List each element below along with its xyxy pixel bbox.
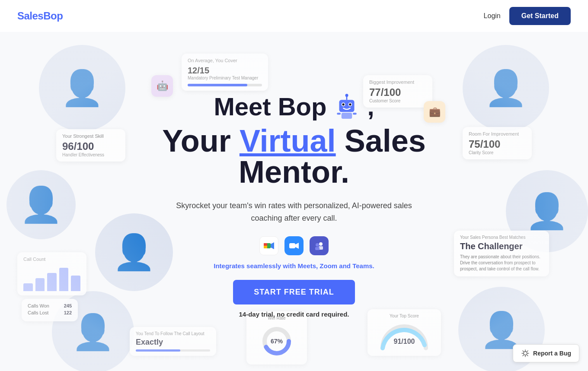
integrations-row [138, 236, 450, 255]
calls-lost-row: Calls Lost 122 [28, 310, 72, 315]
comma-text: , [367, 92, 374, 121]
avg-value: 12/15 [188, 66, 262, 76]
virtual-text: Virtual [240, 124, 336, 158]
person-photo-3: 👤 [52, 291, 134, 371]
svg-rect-13 [353, 113, 357, 114]
room-card: Room For Improvement 75/100 Clarity Scor… [463, 127, 532, 159]
tendency-label: You Tend To Follow The Call Layout [136, 331, 210, 336]
hero-center: Meet Bop , [130, 92, 458, 318]
average-card: On Average, You Cover 12/15 Mandatory Pr… [182, 54, 268, 91]
tendency-bar [136, 349, 210, 352]
calls-lost-val: 122 [64, 310, 72, 315]
meet-bop-text: Meet Bop [214, 92, 326, 121]
svg-point-0 [265, 329, 289, 353]
logo: SalesBop [17, 10, 63, 22]
topscore-svg: 91/100 [378, 320, 430, 350]
persona-name: The Challenger [460, 241, 543, 251]
calls-won-row: Calls Won 245 [28, 303, 72, 308]
bar-1 [23, 283, 33, 291]
svg-text:91/100: 91/100 [394, 338, 415, 345]
trial-note: 14-day trial, no credit card required. [138, 311, 450, 318]
bar-5 [71, 276, 80, 291]
login-button[interactable]: Login [484, 12, 501, 20]
your-text: Your [162, 124, 231, 158]
tendency-fill [136, 349, 180, 352]
svg-rect-11 [342, 113, 352, 119]
calls-won-val: 245 [64, 303, 72, 308]
skill-label: Your Strongest Skill [62, 133, 119, 139]
bar-2 [35, 278, 45, 291]
logo-part1: Sales [17, 10, 43, 22]
svg-text:67%: 67% [271, 338, 283, 345]
robot-icon [332, 92, 362, 122]
winrate-donut: 67% [259, 324, 294, 358]
room-score: 75/100 [469, 138, 526, 150]
logo-part2: Bop [43, 10, 63, 22]
improvement-label: Biggest Improvement [369, 79, 426, 85]
svg-rect-12 [337, 113, 341, 114]
avg-label: On Average, You Cover [188, 58, 262, 63]
topscore-arc: 91/100 [374, 320, 435, 352]
bot-emoji-left: 🤖 [157, 80, 168, 92]
call-count-label: Call Count [23, 257, 80, 262]
call-count-card: Call Count [17, 252, 86, 295]
skill-card: Your Strongest Skill 96/100 Handler Effe… [56, 129, 125, 162]
bar-4 [59, 268, 69, 291]
winrate-card: Win Rate 67% [246, 311, 307, 365]
calls-lost-label: Calls Lost [28, 310, 48, 315]
persona-desc: They are passionate about their position… [460, 254, 543, 272]
tendency-value: Exactly [136, 338, 210, 347]
teams-icon [310, 236, 329, 255]
avg-sublabel: Mandatory Preliminary Test Manager [188, 76, 262, 80]
winrate-svg: 67% [259, 324, 294, 358]
navbar: SalesBop Login Get Started [0, 0, 588, 32]
cta-container: START FREE TRIAL [138, 280, 450, 311]
svg-rect-23 [315, 247, 320, 250]
calls-won-label: Calls Won [28, 303, 49, 308]
calls-card: Calls Won 245 Calls Lost 122 [22, 299, 78, 321]
svg-point-22 [316, 243, 319, 247]
persona-title: Your Sales Persona Best Matches [460, 235, 543, 240]
persona-card: Your Sales Persona Best Matches The Chal… [454, 231, 549, 276]
hero-section: 👤 👤 👤 👤 👤 👤 👤 Your Strongest Skill 96/10… [0, 32, 588, 371]
skill-sublabel: Handler Effectiveness [62, 152, 119, 157]
start-free-trial-button[interactable]: START FREE TRIAL [233, 280, 355, 304]
svg-marker-19 [295, 243, 299, 249]
room-label: Room For Improvement [469, 131, 526, 136]
avg-progress-fill [188, 84, 247, 86]
person-photo-4: 👤 [463, 45, 549, 131]
hero-subtitle: Skyrocket your team's win rates with per… [169, 200, 419, 225]
integration-text: Integrates seamlessly with Meets, Zoom a… [138, 262, 450, 270]
avg-progress-bar [188, 84, 262, 86]
hero-title-line2: Your Virtual Sales Mentor. [138, 125, 450, 187]
hero-title-line1: Meet Bop , [138, 92, 450, 122]
svg-point-6 [345, 94, 348, 97]
google-meet-icon [259, 236, 278, 255]
svg-rect-17 [264, 246, 267, 248]
svg-rect-18 [289, 243, 295, 248]
bug-icon [521, 349, 530, 358]
room-sublabel: Clarity Score [469, 150, 526, 155]
tendency-card: You Tend To Follow The Call Layout Exact… [130, 327, 216, 356]
bar-3 [47, 273, 57, 291]
person-photo-1: 👤 [39, 45, 125, 131]
report-bug-button[interactable]: Report a Bug [513, 344, 579, 362]
svg-rect-16 [264, 243, 267, 246]
svg-rect-4 [339, 100, 355, 112]
svg-point-1 [265, 329, 289, 353]
person-photo-5: 👤 [506, 170, 588, 252]
get-started-button[interactable]: Get Started [509, 7, 571, 25]
report-bug-label: Report a Bug [533, 350, 571, 357]
person-photo-2: 👤 [6, 170, 76, 239]
zoom-icon [284, 236, 304, 255]
skill-score: 96/100 [62, 140, 119, 152]
call-count-bars [23, 265, 80, 291]
nav-actions: Login Get Started [484, 7, 571, 25]
svg-marker-15 [271, 242, 274, 249]
svg-point-20 [319, 242, 323, 246]
svg-point-9 [342, 103, 345, 105]
svg-point-10 [349, 103, 352, 105]
